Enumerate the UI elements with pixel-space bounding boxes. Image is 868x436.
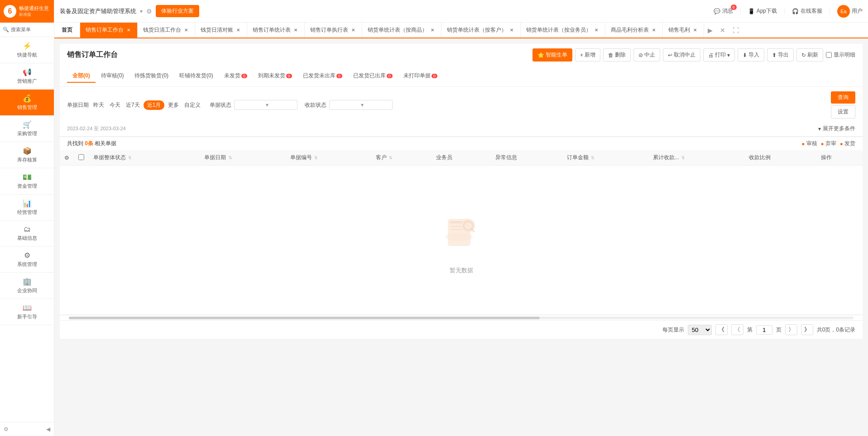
sidebar-item-quick-nav[interactable]: ⚡ 快捷导航 <box>0 37 54 63</box>
ship-label: 发货 <box>844 140 855 147</box>
first-page-button[interactable]: 《 <box>715 324 728 335</box>
trial-button[interactable]: 体验行业方案 <box>156 5 199 17</box>
page-input[interactable] <box>756 325 772 335</box>
tab-expand-button[interactable]: ⛶ <box>729 23 743 38</box>
ship-action[interactable]: ● 发货 <box>840 140 855 147</box>
tab-close-icon[interactable]: ✕ <box>508 27 515 33</box>
sidebar-item-purchase[interactable]: 🛒 采购管理 <box>0 116 54 142</box>
search-menu[interactable]: 🔍 搜索菜单 <box>0 23 54 37</box>
col-checkbox[interactable] <box>74 150 89 166</box>
basic-icon: 🗂 <box>24 225 31 233</box>
last-page-button[interactable]: 》 <box>801 324 813 335</box>
sidebar-item-business[interactable]: 📊 经营管理 <box>0 194 54 221</box>
import-button[interactable]: ⬇ 导入 <box>738 48 764 62</box>
tab-close-icon[interactable]: ✕ <box>593 27 599 33</box>
online-service-button[interactable]: 🎧 在线客服 <box>792 7 822 15</box>
tab-close-icon[interactable]: ✕ <box>651 27 657 33</box>
settings-icon[interactable]: ⚙ <box>4 426 9 432</box>
tab-close-icon[interactable]: ✕ <box>293 27 299 33</box>
sidebar-item-finance[interactable]: 💵 资金管理 <box>0 168 54 194</box>
tab-sales-exec[interactable]: 销售订单执行表 ✕ <box>305 23 362 38</box>
stop-button[interactable]: ⊘ 中止 <box>633 48 660 62</box>
prev-page-button[interactable]: 〈 <box>731 324 743 335</box>
sidebar-item-enterprise[interactable]: 🏢 企业协同 <box>0 273 54 299</box>
col-collected[interactable]: 累计收款... ⇅ <box>648 150 745 166</box>
filter-tab-pending-check[interactable]: 待拣货验货(0) <box>129 70 174 83</box>
collapse-icon[interactable]: ◀ <box>46 426 50 432</box>
smart-create-button[interactable]: ⭐ 智能生单 <box>532 48 572 62</box>
tab-close-icon[interactable]: ✕ <box>350 27 356 33</box>
sidebar-item-inventory[interactable]: 📦 库存核算 <box>0 142 54 168</box>
filter-tab-all[interactable]: 全部(0) <box>67 70 96 83</box>
settings-button[interactable]: 设置 <box>831 105 855 118</box>
settings-icon[interactable]: ⚙ <box>146 8 152 15</box>
sidebar-item-sales[interactable]: 💰 销售管理 <box>0 90 54 116</box>
tab-sales-summary-staff[interactable]: 销货单统计表（按业务员） ✕ <box>521 23 605 38</box>
date-custom[interactable]: 自定义 <box>182 100 202 110</box>
show-detail-input[interactable] <box>826 52 832 58</box>
filter-tab-not-shipped[interactable]: 未发货0 <box>219 70 253 83</box>
date-7days[interactable]: 近7天 <box>124 100 142 110</box>
filter-tab-shipped-not-out[interactable]: 已发货未出库0 <box>297 70 348 83</box>
tab-sales-stats[interactable]: 销售订单统计表 ✕ <box>247 23 305 38</box>
tab-product-margin[interactable]: 商品毛利分析表 ✕ <box>605 23 663 38</box>
export-button[interactable]: ⬆ 导出 <box>767 48 794 62</box>
date-more[interactable]: 更多 <box>166 100 181 110</box>
filter-tab-wangpu[interactable]: 旺铺待发货(0) <box>174 70 219 83</box>
tab-cash-reconcile[interactable]: 钱货日清对账 ✕ <box>195 23 247 38</box>
expand-button[interactable]: ▾ 展开更多条件 <box>818 125 855 133</box>
tab-sales-more[interactable]: 销售毛利 ✕ <box>663 23 704 38</box>
review-action[interactable]: ● 审核 <box>801 140 817 147</box>
tab-close-icon[interactable]: ✕ <box>235 27 241 33</box>
unreviewed-action[interactable]: ● 弃审 <box>821 140 836 147</box>
tab-more-button[interactable]: ▶ <box>704 23 716 38</box>
col-amount[interactable]: 订单金额 ⇅ <box>562 150 648 166</box>
app-download-button[interactable]: 📱 App下载 <box>748 7 777 15</box>
col-date[interactable]: 单据日期 ⇅ <box>200 150 285 166</box>
horizontal-scrollbar[interactable] <box>60 315 863 320</box>
inventory-icon: 📦 <box>23 147 32 155</box>
payment-select[interactable]: ▾ <box>329 100 393 110</box>
tab-close-icon[interactable]: ✕ <box>429 27 436 33</box>
filter-tab-shipped-out[interactable]: 已发货已出库0 <box>348 70 398 83</box>
sidebar-item-marketing[interactable]: 📢 营销推广 <box>0 63 54 90</box>
tab-sales-summary-product[interactable]: 销货单统计表（按商品） ✕ <box>362 23 441 38</box>
tab-close-icon[interactable]: ✕ <box>125 27 132 33</box>
page-size-select[interactable]: 50 10 20 100 <box>688 325 712 335</box>
next-page-button[interactable]: 〉 <box>785 324 797 335</box>
col-customer[interactable]: 客户 ⇅ <box>371 150 432 166</box>
status-select[interactable]: ▾ <box>234 100 297 110</box>
query-button[interactable]: 查询 <box>831 91 855 104</box>
refresh-button[interactable]: ↻ 刷新 <box>796 48 823 62</box>
date-today[interactable]: 今天 <box>108 100 122 110</box>
col-number[interactable]: 单据编号 ⇅ <box>286 150 371 166</box>
tab-sales-summary-customer[interactable]: 销货单统计表（按客户） ✕ <box>441 23 521 38</box>
print-button[interactable]: 🖨 打印 ▾ <box>703 48 735 62</box>
sidebar-item-system[interactable]: ⚙ 系统管理 <box>0 246 54 273</box>
col-status[interactable]: 单据整体状态 ⇅ <box>89 150 200 166</box>
add-button[interactable]: + 新增 <box>575 48 600 62</box>
filter-tab-pending-review[interactable]: 待审核(0) <box>96 70 129 83</box>
tab-close-icon[interactable]: ✕ <box>692 27 698 33</box>
tab-close-icon[interactable]: ✕ <box>183 27 189 33</box>
system-icon: ⚙ <box>24 251 30 260</box>
date-1month[interactable]: 近1月 <box>144 100 165 110</box>
tab-home[interactable]: 首页 <box>54 23 80 38</box>
delete-button[interactable]: 🗑 删除 <box>603 48 631 62</box>
message-button[interactable]: 💬 消息 6 <box>714 7 733 15</box>
cancel-stop-button[interactable]: ↩ 取消中止 <box>663 48 700 62</box>
tab-pin-button[interactable]: ✕ <box>716 23 729 38</box>
date-yesterday[interactable]: 昨天 <box>91 100 106 110</box>
tab-cash-daily[interactable]: 钱货日清工作台 ✕ <box>138 23 195 38</box>
sidebar-item-guide[interactable]: 📖 新手引导 <box>0 299 54 325</box>
tab-sales-workbench[interactable]: 销售订单工作台 ✕ <box>80 23 138 38</box>
filter-tab-expired[interactable]: 到期未发货0 <box>253 70 297 83</box>
filter-tab-not-printed[interactable]: 未打印单据0 <box>398 70 443 83</box>
scrollbar-thumb[interactable] <box>69 317 540 319</box>
select-all-checkbox[interactable] <box>78 154 84 160</box>
dropdown-arrow[interactable]: ▾ <box>140 8 143 14</box>
col-settings[interactable]: ⚙ <box>60 150 74 166</box>
sidebar-item-basic[interactable]: 🗂 基础信息 <box>0 221 54 246</box>
user-button[interactable]: Ea 用户 <box>837 5 863 18</box>
show-detail-checkbox[interactable]: 显示明细 <box>826 51 855 59</box>
